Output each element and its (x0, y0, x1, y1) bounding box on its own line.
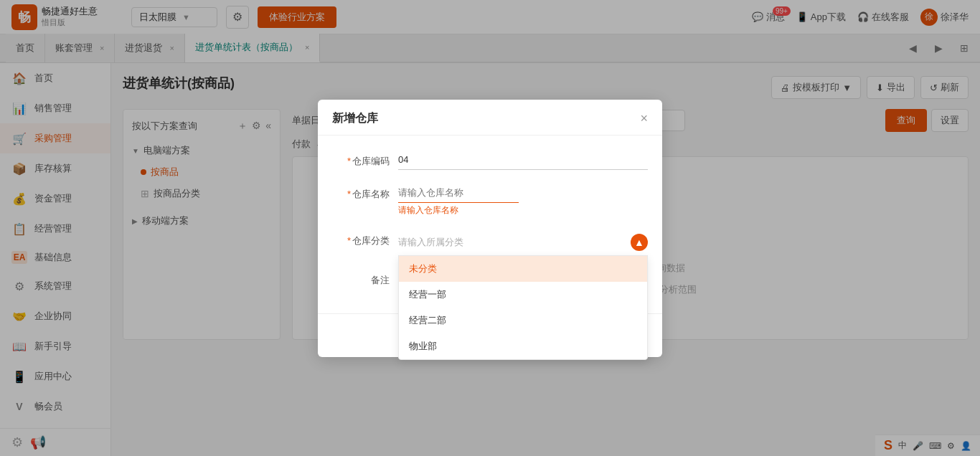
name-error-hint: 请输入仓库名称 (398, 204, 648, 217)
dropdown-option-dept1[interactable]: 经营一部 (399, 282, 647, 308)
new-warehouse-modal: 新增仓库 × *仓库编码 *仓库名称 请输入仓库名称 (318, 100, 662, 357)
modal-overlay: 新增仓库 × *仓库编码 *仓库名称 请输入仓库名称 (0, 0, 980, 456)
name-label: *仓库名称 (332, 183, 390, 201)
modal-body: *仓库编码 *仓库名称 请输入仓库名称 *仓库分类 (318, 136, 662, 308)
modal-title: 新增仓库 (332, 111, 378, 126)
category-dropdown-list: 未分类 经营一部 经营二部 物业部 (398, 255, 648, 360)
code-field-row: *仓库编码 (332, 150, 648, 170)
dropdown-option-property[interactable]: 物业部 (399, 333, 647, 359)
dropdown-option-dept2[interactable]: 经营二部 (399, 308, 647, 333)
modal-close-button[interactable]: × (640, 111, 648, 126)
category-placeholder: 请输入所属分类 (398, 236, 463, 249)
category-dropdown-trigger[interactable]: 请输入所属分类 ▲ (398, 229, 648, 256)
code-input[interactable] (398, 150, 648, 170)
category-label: *仓库分类 (332, 229, 390, 247)
notes-label: 备注 (332, 269, 390, 287)
code-label: *仓库编码 (332, 150, 390, 168)
dropdown-arrow-icon: ▲ (631, 234, 648, 251)
name-input[interactable] (398, 183, 519, 203)
name-field-wrap: 请输入仓库名称 (398, 183, 648, 217)
modal-header: 新增仓库 × (318, 100, 662, 136)
category-field-wrap: 请输入所属分类 ▲ 未分类 经营一部 经营二部 (398, 229, 648, 256)
dropdown-option-uncategorized[interactable]: 未分类 (399, 256, 647, 282)
name-field-row: *仓库名称 请输入仓库名称 (332, 183, 648, 217)
category-field-row: *仓库分类 请输入所属分类 ▲ 未分类 经营一部 (332, 229, 648, 256)
